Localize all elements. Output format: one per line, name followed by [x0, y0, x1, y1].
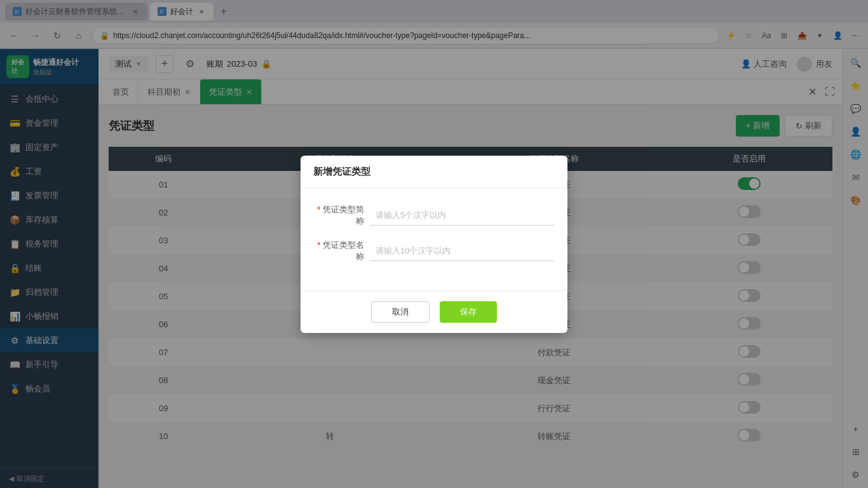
modal-footer: 取消 保存	[301, 290, 567, 333]
save-button[interactable]: 保存	[440, 301, 497, 323]
name-label-text: 凭证类型名称	[323, 240, 364, 261]
required-mark-1: *	[317, 205, 320, 214]
short-input[interactable]	[370, 205, 555, 226]
modal-body: * 凭证类型简称 * 凭证类型名称	[301, 189, 567, 290]
name-label: * 凭证类型名称	[313, 240, 370, 262]
modal-header: 新增凭证类型	[301, 156, 567, 189]
modal-overlay: 新增凭证类型 * 凭证类型简称 * 凭证类型名称 取消 保存	[0, 0, 868, 488]
short-label: * 凭证类型简称	[313, 204, 370, 227]
cancel-button[interactable]: 取消	[371, 301, 430, 323]
short-label-text: 凭证类型简称	[323, 205, 364, 226]
modal-title: 新增凭证类型	[313, 166, 370, 178]
add-voucher-type-modal: 新增凭证类型 * 凭证类型简称 * 凭证类型名称 取消 保存	[301, 156, 567, 333]
form-row-short: * 凭证类型简称	[313, 204, 555, 227]
form-row-name: * 凭证类型名称	[313, 240, 555, 262]
name-input[interactable]	[370, 241, 555, 261]
required-mark-2: *	[317, 240, 320, 250]
